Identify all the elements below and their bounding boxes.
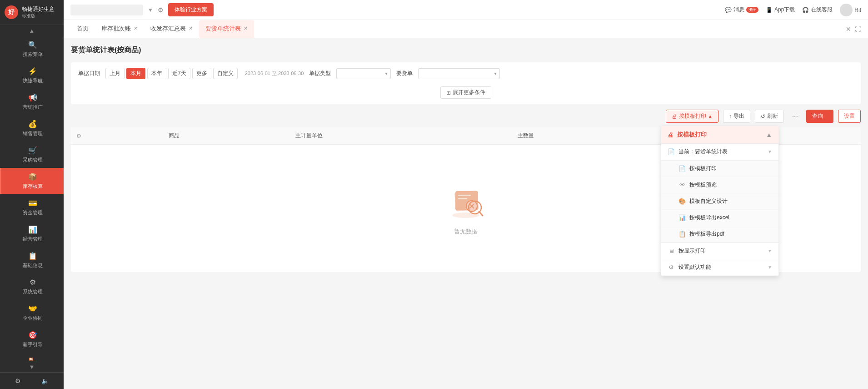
refresh-btn[interactable]: ↺ 刷新 [755,110,784,123]
export-btn[interactable]: ↑ 导出 [723,110,750,123]
appstore-icon: 🏪 [28,357,37,361]
empty-text: 暂无数据 [454,227,478,236]
dropdown-header-left: 🖨 按模板打印 [668,131,707,139]
app-download-btn[interactable]: 📱 App下载 [766,6,795,14]
refresh-icon: ↺ [761,113,765,120]
sidebar-item-search[interactable]: 🔍 搜索菜单 [0,36,64,62]
topbar-search-input[interactable] [70,5,143,15]
expand-label: 展开更多条件 [453,89,485,96]
purchase-icon: 🛒 [28,146,37,155]
settings-btn[interactable]: 设置 [838,110,861,123]
topbar-gear-icon[interactable]: ⚙ [158,6,164,14]
date-label: 单据日期 [78,70,100,77]
sidebar-item-label-basic: 基础信息 [23,262,43,269]
col-header-unit: 主计量单位 [290,127,512,145]
topbar-chevron-icon[interactable]: ▼ [148,7,153,13]
dropdown-item-label-template-preview: 按模板预览 [689,181,717,189]
message-icon: 💬 [725,7,732,13]
date-btn-5[interactable]: 自定义 [213,68,238,79]
export-icon: ↑ [729,113,732,120]
dropdown-header: 🖨 按模板打印 ▲ [661,126,778,144]
sales-icon: 💰 [28,120,37,128]
date-btn-0[interactable]: 上月 [105,68,125,79]
query-btn[interactable]: 查询 [806,110,833,123]
sidebar-item-label-system: 系统管理 [23,288,43,295]
col-header-quantity: 主数量 [512,127,671,145]
topbar-right: 💬 消息 99+ 📱 App下载 🎧 在线客服 Rit [725,4,861,16]
sidebar-item-system[interactable]: ⚙ 系统管理 [0,273,64,300]
user-avatar[interactable]: Rit [840,4,861,16]
sound-footer-btn[interactable]: 🔈 [41,377,49,384]
dropdown-set-default[interactable]: ⚙ 设置默认功能 ▼ [661,259,778,276]
tab-maximize-btn[interactable]: ⛶ [855,25,861,33]
tabs-list: 首页库存批次账✕收发存汇总表✕要货单统计表✕ [70,20,846,38]
sidebar-item-appstore[interactable]: 🏪 应用中心 [0,353,64,361]
tab-close-batch[interactable]: ✕ [134,25,138,31]
print-dropdown: 🖨 按模板打印 ▲ 📄 当前：要货单统计表 ▼ 📄 按模板打印 [661,126,779,276]
dots-btn[interactable]: ··· [788,110,802,123]
date-btn-3[interactable]: 近7天 [168,68,190,79]
tab-label-summary: 收发存汇总表 [150,25,186,33]
trial-btn[interactable]: 体验行业方案 [168,3,214,16]
sidebar-item-purchase[interactable]: 🛒 采购管理 [0,141,64,168]
template-design-icon: 🎨 [678,198,686,205]
date-buttons: 上月本月本年近7天更多自定义 [105,68,238,79]
sidebar-scroll-down[interactable]: ▼ [0,361,64,372]
tab-summary[interactable]: 收发存汇总表✕ [144,20,199,38]
app-download-icon: 📱 [766,7,773,13]
message-btn[interactable]: 💬 消息 99+ [725,6,758,14]
nav-icon: ⚡ [28,67,37,76]
sidebar-scroll-up[interactable]: ▲ [0,25,64,36]
sidebar-item-basic[interactable]: 📋 基础信息 [0,247,64,273]
dropdown-print-icon: 🖨 [668,131,673,138]
print-btn[interactable]: 🖨 按模板打印 ▲ [666,110,718,123]
online-service-btn[interactable]: 🎧 在线客服 [802,6,833,14]
tab-batch[interactable]: 库存批次账✕ [95,20,144,38]
requisition-filter-label: 要货单 [396,70,413,77]
date-btn-4[interactable]: 更多 [192,68,211,79]
tab-close-summary[interactable]: ✕ [189,25,193,31]
dropdown-item-template-pdf[interactable]: 📋 按模板导出pdf [661,226,778,242]
sidebar-item-marketing[interactable]: 📢 营销推广 [0,89,64,115]
message-label: 消息 [733,6,744,14]
tabbar: 首页库存批次账✕收发存汇总表✕要货单统计表✕ ✕ ⛶ [64,20,868,38]
tab-close-all-btn[interactable]: ✕ [846,25,851,33]
display-print-icon: 🖥 [668,248,675,254]
requisition-select-wrapper [418,68,500,79]
sidebar-item-label-nav: 快捷导航 [23,77,43,84]
dropdown-item-template-print[interactable]: 📄 按模板打印 [661,161,778,177]
order-type-select[interactable] [336,68,391,79]
tab-requisition[interactable]: 要货单统计表✕ [199,20,254,38]
dropdown-item-label-template-excel: 按模板导出excel [689,214,729,222]
export-label: 导出 [733,112,744,120]
sidebar-item-operation[interactable]: 📊 经营管理 [0,221,64,247]
col-header-settings[interactable]: ⚙ [71,127,163,145]
set-default-label: 设置默认功能 [678,263,711,271]
dropdown-current-item[interactable]: 📄 当前：要货单统计表 ▼ [661,144,778,160]
date-btn-2[interactable]: 本年 [147,68,166,79]
dropdown-display-print[interactable]: 🖥 按显示打印 ▼ [661,243,778,259]
user-name: Rit [854,7,861,13]
expand-btn[interactable]: ⊞ 展开更多条件 [440,86,491,99]
requisition-select[interactable] [418,68,500,79]
dropdown-item-template-design[interactable]: 🎨 模板自定义设计 [661,193,778,210]
sidebar-item-cooperation[interactable]: 🤝 企业协同 [0,300,64,326]
tab-label-batch: 库存批次账 [101,25,131,33]
settings-footer-btn[interactable]: ⚙ [15,377,21,384]
sidebar-item-finance[interactable]: 💳 资金管理 [0,194,64,221]
sidebar-item-nav[interactable]: ⚡ 快捷导航 [0,62,64,89]
tab-home[interactable]: 首页 [70,20,95,38]
date-btn-1[interactable]: 本月 [126,68,145,79]
sidebar-item-guide[interactable]: 🎯 新手引导 [0,326,64,353]
dropdown-item-template-excel[interactable]: 📊 按模板导出excel [661,210,778,226]
tab-close-requisition[interactable]: ✕ [244,25,248,31]
basic-icon: 📋 [28,252,37,260]
svg-line-9 [479,212,483,216]
marketing-icon: 📢 [28,93,37,102]
sidebar-item-sales[interactable]: 💰 销售管理 [0,115,64,141]
dropdown-close-btn[interactable]: ▲ [766,131,772,138]
sidebar-item-label-operation: 经营管理 [23,236,43,242]
dropdown-item-template-preview[interactable]: 👁 按模板预览 [661,177,778,193]
sidebar-item-inventory[interactable]: 📦 库存核算 [0,168,64,194]
online-service-label: 在线客服 [811,6,833,14]
